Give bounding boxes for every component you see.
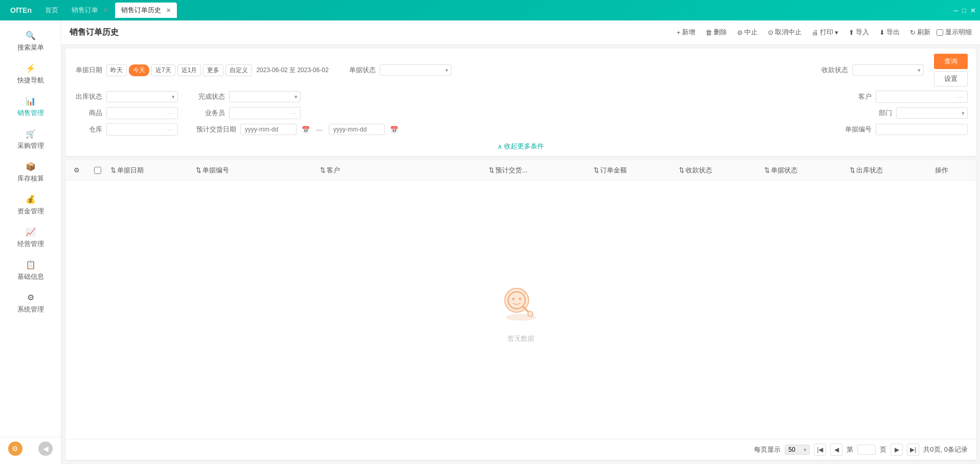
order-status-select[interactable]: [380, 64, 451, 76]
delivery-date-end-input[interactable]: [329, 124, 385, 135]
customer-input[interactable]: ···: [876, 91, 968, 103]
sidebar-item-base-info[interactable]: 📋 基础信息: [0, 254, 61, 286]
col-order-status-header[interactable]: ⇅ 单据状态: [760, 166, 846, 175]
col-settings[interactable]: ⚙: [70, 166, 90, 174]
calendar-end-icon[interactable]: 📅: [390, 126, 398, 134]
add-label: 新增: [682, 28, 695, 37]
sidebar-item-finance-mgmt[interactable]: 💰 资金管理: [0, 188, 61, 221]
payment-status-select-wrapper: [852, 64, 924, 76]
date-last1m-btn[interactable]: 近1月: [177, 64, 201, 76]
tab-sales-order[interactable]: 销售订单 ✕: [65, 3, 114, 18]
content-area: 销售订单历史 + 新增 🗑 删除 ⊘ 中止 ⊙ 取消中止: [61, 20, 980, 464]
tab-sales-order-close[interactable]: ✕: [103, 7, 108, 14]
print-button[interactable]: 🖨 打印 ▾: [808, 26, 842, 39]
page-next-btn[interactable]: ▶: [891, 444, 903, 456]
page-size-select[interactable]: 10 20 50 100: [785, 445, 810, 455]
warehouse-label: 仓库: [74, 125, 102, 134]
col-amount-header[interactable]: ⇅ 订单金额: [589, 166, 675, 175]
stock-status-select[interactable]: [106, 91, 178, 102]
finance-mgmt-icon: 💰: [25, 193, 36, 205]
sidebar-settings-icon[interactable]: ⚙: [8, 441, 22, 456]
sidebar-item-inventory-calc-label: 库存核算: [17, 174, 44, 183]
import-button[interactable]: ⬆ 导入: [845, 26, 873, 39]
filter-goods: 商品 ···: [74, 107, 178, 119]
col-amount-label: 订单金额: [600, 166, 627, 175]
window-controls: ─ □ ✕: [953, 7, 976, 14]
date-yesterday-btn[interactable]: 昨天: [106, 64, 127, 76]
empty-state-illustration: [495, 277, 546, 328]
export-icon: ⬇: [879, 29, 885, 36]
window-min-btn[interactable]: ─: [953, 7, 958, 14]
sidebar-item-inventory-calc[interactable]: 📦 库存核算: [0, 156, 61, 188]
col-date-label: 单据日期: [117, 166, 144, 175]
select-all-checkbox[interactable]: [94, 167, 101, 174]
payment-status-select[interactable]: [852, 64, 924, 76]
toolbar: + 新增 🗑 删除 ⊘ 中止 ⊙ 取消中止 🖨 打印: [672, 26, 972, 39]
print-label: 打印: [820, 28, 833, 37]
settings-button[interactable]: 设置: [934, 71, 968, 86]
col-pay-status-header[interactable]: ⇅ 收款状态: [675, 166, 760, 175]
warehouse-input[interactable]: ···: [106, 123, 178, 136]
tab-sales-order-label: 销售订单: [72, 6, 98, 15]
delivery-date-start-input[interactable]: [240, 124, 297, 135]
sidebar-item-sys-mgmt[interactable]: ⚙ 系统管理: [0, 286, 61, 319]
page-last-btn[interactable]: ▶|: [907, 444, 919, 456]
filter-warehouse: 仓库 ···: [74, 123, 178, 136]
export-button[interactable]: ⬇ 导出: [875, 26, 904, 39]
window-max-btn[interactable]: □: [962, 7, 966, 14]
col-delivery-header[interactable]: ⇅ 预计交货...: [485, 166, 589, 175]
sidebar-bottom: ⚙ ◀: [0, 437, 61, 460]
filter-date: 单据日期 昨天 今天 近7天 近1月 更多 自定义 2023-06-02 至 2…: [74, 64, 329, 76]
refresh-label: 刷新: [917, 28, 930, 37]
sidebar-item-search-menu[interactable]: 🔍 搜索菜单: [0, 25, 61, 57]
purchase-mgmt-icon: 🛒: [25, 128, 36, 139]
page-number-input[interactable]: 1: [857, 445, 876, 455]
filter-customer: 客户 ···: [843, 91, 968, 103]
department-select[interactable]: [896, 107, 968, 119]
tab-sales-order-history[interactable]: 销售订单历史 ✕: [115, 3, 177, 18]
date-more-btn[interactable]: 更多: [203, 64, 223, 76]
sidebar-collapse-icon[interactable]: ◀: [38, 441, 53, 456]
print-icon: 🖨: [812, 29, 818, 36]
delete-button[interactable]: 🗑 删除: [701, 26, 731, 39]
page-prev-btn[interactable]: ◀: [830, 444, 842, 456]
col-customer-header[interactable]: ⇅ 客户: [316, 166, 485, 175]
calendar-start-icon[interactable]: 📅: [302, 126, 310, 134]
print-dropdown-icon: ▾: [835, 29, 838, 36]
sidebar-item-purchase-mgmt[interactable]: 🛒 采购管理: [0, 123, 61, 156]
cancel-stop-button[interactable]: ⊙ 取消中止: [764, 26, 806, 39]
col-customer-sort-icon: ⇅: [320, 166, 326, 174]
display-columns-checkbox[interactable]: [937, 29, 943, 36]
refresh-button[interactable]: ↻ 刷新: [906, 26, 935, 39]
col-stock-status-header[interactable]: ⇅ 出库状态: [846, 166, 931, 175]
date-custom-btn[interactable]: 自定义: [225, 64, 252, 76]
window-close-btn[interactable]: ✕: [970, 7, 976, 14]
tab-home[interactable]: 首页: [39, 3, 64, 18]
date-last7-btn[interactable]: 近7天: [151, 64, 175, 76]
sidebar-item-ops-mgmt[interactable]: 📈 经营管理: [0, 221, 61, 254]
col-number-header[interactable]: ⇅ 单据编号: [192, 166, 316, 175]
display-columns-label: 显示明细: [945, 28, 972, 37]
col-date-header[interactable]: ⇅ 单据日期: [106, 166, 192, 175]
salesperson-input[interactable]: ···: [229, 107, 301, 119]
collapse-filter-button[interactable]: ∧ 收起更多条件: [74, 140, 968, 151]
filter-order-no: 单据编号: [843, 124, 968, 135]
sidebar-item-sales-mgmt[interactable]: 📊 销售管理: [0, 90, 61, 123]
page-first-btn[interactable]: |◀: [814, 444, 826, 456]
completion-status-select[interactable]: [229, 91, 301, 102]
col-checkbox[interactable]: [90, 167, 106, 174]
tab-sales-order-history-close[interactable]: ✕: [166, 7, 171, 14]
goods-input[interactable]: ···: [106, 107, 178, 119]
search-button[interactable]: 查询: [934, 54, 968, 69]
sales-mgmt-icon: 📊: [25, 95, 36, 106]
display-columns-toggle[interactable]: 显示明细: [937, 28, 972, 37]
delete-label: 删除: [714, 28, 727, 37]
goods-label: 商品: [74, 108, 102, 118]
sidebar-item-quick-nav[interactable]: ⚡ 快捷导航: [0, 57, 61, 90]
filter-salesperson: 业务员 ···: [196, 107, 301, 119]
date-today-btn[interactable]: 今天: [129, 64, 149, 76]
ops-mgmt-icon: 📈: [25, 226, 36, 237]
stop-button[interactable]: ⊘ 中止: [733, 26, 762, 39]
order-no-input[interactable]: [876, 124, 968, 135]
add-button[interactable]: + 新增: [672, 26, 699, 39]
